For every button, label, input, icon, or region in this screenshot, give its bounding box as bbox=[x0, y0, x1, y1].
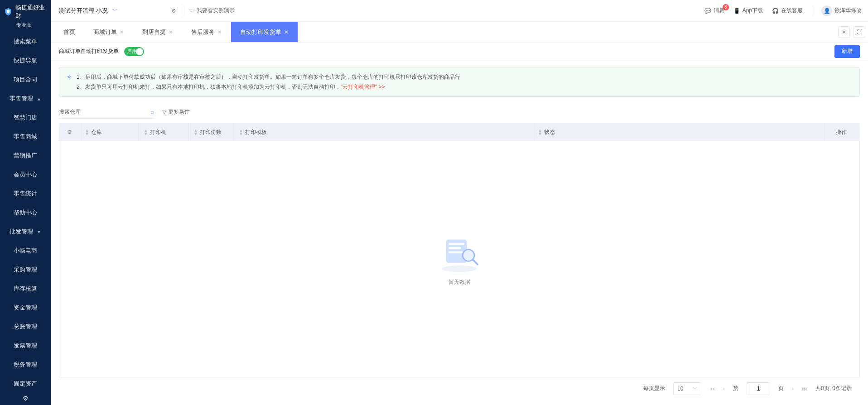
svg-rect-4 bbox=[448, 251, 463, 253]
sidebar-item-11[interactable]: 小畅电商 bbox=[0, 241, 51, 260]
sidebar-item-label: 智慧门店 bbox=[14, 114, 37, 122]
hand-icon: ☜ bbox=[189, 8, 194, 14]
close-icon[interactable]: ✕ bbox=[120, 29, 124, 35]
sidebar-item-1[interactable]: 快捷导航 bbox=[0, 51, 51, 70]
tip-line-2: 2、发货单只可用云打印机来打，如果只有本地打印机，须将本地打印机添加为云打印机，… bbox=[77, 83, 460, 91]
sidebar-item-9[interactable]: 帮助中心 bbox=[0, 203, 51, 222]
page-input[interactable] bbox=[747, 382, 770, 395]
page-next-icon[interactable]: › bbox=[792, 386, 794, 392]
sidebar-item-16[interactable]: 发票管理 bbox=[0, 336, 51, 355]
close-icon[interactable]: ✕ bbox=[217, 29, 222, 35]
header: 测试分开流程-小况 ﹀ ⚙ ☜ 我要看实例演示 💬 消息 8 📱 App下载 bbox=[51, 0, 868, 22]
sidebar-item-label: 采购管理 bbox=[14, 266, 37, 274]
sidebar-item-15[interactable]: 总账管理 bbox=[0, 317, 51, 336]
col-status[interactable]: ▲▼状态 bbox=[533, 124, 823, 141]
sidebar-item-label: 快捷导航 bbox=[14, 57, 37, 65]
sidebar-item-label: 会员中心 bbox=[14, 171, 37, 179]
more-filters[interactable]: ▽ 更多条件 bbox=[162, 108, 190, 116]
table-body: 暂无数据 bbox=[59, 141, 859, 377]
search-box: ⌕ bbox=[59, 105, 154, 119]
sidebar-item-label: 零售管理 bbox=[10, 95, 33, 103]
sidebar-item-6[interactable]: 营销推广 bbox=[0, 146, 51, 165]
page-prev-icon[interactable]: ‹ bbox=[723, 386, 725, 392]
enable-toggle[interactable]: 启用 bbox=[124, 47, 144, 56]
sidebar-item-17[interactable]: 税务管理 bbox=[0, 355, 51, 374]
demo-link[interactable]: ☜ 我要看实例演示 bbox=[189, 7, 235, 14]
sidebar-item-label: 帮助中心 bbox=[14, 209, 37, 217]
tab-2[interactable]: 到店自提✕ bbox=[133, 22, 182, 42]
table: ⚙ ▲▼仓库 ▲▼打印机 ▲▼打印份数 ▲▼打印模板 ▲▼状态 操作 暂无数据 bbox=[59, 123, 860, 378]
user-name: 徐泽华修改 bbox=[834, 7, 862, 14]
close-all-tabs-icon[interactable]: ✕ bbox=[838, 26, 850, 38]
sidebar-item-3[interactable]: 零售管理▲ bbox=[0, 89, 51, 108]
sidebar-item-5[interactable]: 零售商城 bbox=[0, 127, 51, 146]
sidebar-item-2[interactable]: 项目合同 bbox=[0, 70, 51, 89]
settings-gear-icon[interactable]: ⚙ bbox=[23, 395, 29, 402]
col-template[interactable]: ▲▼打印模板 bbox=[234, 124, 533, 141]
col-printer[interactable]: ▲▼打印机 bbox=[139, 124, 189, 141]
sidebar-menu: 搜索菜单快捷导航项目合同零售管理▲智慧门店零售商城营销推广会员中心零售统计帮助中… bbox=[0, 32, 51, 391]
sidebar-item-label: 批发管理 bbox=[10, 228, 33, 236]
sidebar-item-0[interactable]: 搜索菜单 bbox=[0, 32, 51, 51]
sidebar-item-8[interactable]: 零售统计 bbox=[0, 184, 51, 203]
main: 测试分开流程-小况 ﹀ ⚙ ☜ 我要看实例演示 💬 消息 8 📱 App下载 bbox=[51, 0, 868, 405]
sidebar-item-13[interactable]: 库存核算 bbox=[0, 279, 51, 298]
sidebar-item-10[interactable]: 批发管理▼ bbox=[0, 222, 51, 241]
svg-line-6 bbox=[473, 259, 477, 264]
more-filters-label: 更多条件 bbox=[168, 108, 190, 116]
close-icon[interactable]: ✕ bbox=[169, 29, 173, 35]
svg-rect-2 bbox=[448, 243, 464, 245]
sidebar-item-label: 总账管理 bbox=[14, 323, 37, 331]
user-menu[interactable]: 👤 徐泽华修改 bbox=[821, 5, 862, 16]
tip-line-1: 1、启用后，商城下单付款成功后（如果有审核是在审核之后），自动打印发货单。如果一… bbox=[77, 73, 460, 81]
sidebar-item-18[interactable]: 固定资产 bbox=[0, 374, 51, 391]
chevron-up-icon: ▲ bbox=[37, 96, 41, 101]
chat-icon: 💬 bbox=[704, 8, 711, 14]
tab-label: 商城订单 bbox=[93, 28, 117, 36]
chevron-down-icon: ▼ bbox=[37, 229, 41, 234]
sidebar-item-label: 零售统计 bbox=[14, 190, 37, 198]
page-prefix: 第 bbox=[733, 385, 738, 392]
tab-label: 售后服务 bbox=[191, 28, 215, 36]
close-icon[interactable]: ✕ bbox=[284, 29, 289, 35]
tab-4[interactable]: 自动打印发货单✕ bbox=[231, 22, 298, 42]
cloud-printer-link[interactable]: "云打印机管理" >> bbox=[341, 84, 385, 90]
page-last-icon[interactable]: ⏭ bbox=[802, 386, 807, 392]
search-icon[interactable]: ⌕ bbox=[150, 108, 154, 115]
tabs: 首页商城订单✕到店自提✕售后服务✕自动打印发货单✕ ✕ ⛶ bbox=[51, 22, 868, 43]
fullscreen-icon[interactable]: ⛶ bbox=[854, 26, 865, 38]
brand: 畅捷通好业财 bbox=[0, 0, 51, 22]
org-selector[interactable]: 测试分开流程-小况 ﹀ bbox=[59, 7, 163, 15]
col-warehouse[interactable]: ▲▼仓库 bbox=[80, 124, 139, 141]
brand-edition: 专业版 bbox=[0, 22, 51, 32]
sidebar-item-label: 项目合同 bbox=[14, 76, 37, 84]
tab-1[interactable]: 商城订单✕ bbox=[84, 22, 133, 42]
col-copies[interactable]: ▲▼打印份数 bbox=[189, 124, 234, 141]
tab-0[interactable]: 首页 bbox=[54, 22, 84, 42]
tab-label: 自动打印发货单 bbox=[240, 28, 281, 36]
subbar: 商城订单自动打印发货单 启用 新增 bbox=[51, 43, 868, 61]
support-button[interactable]: 🎧 在线客服 bbox=[772, 7, 803, 14]
brand-logo-icon bbox=[4, 7, 13, 17]
header-settings-icon[interactable]: ⚙ bbox=[168, 5, 179, 17]
page-first-icon[interactable]: ⏮ bbox=[709, 386, 715, 392]
tab-3[interactable]: 售后服务✕ bbox=[182, 22, 231, 42]
per-page-label: 每页显示 bbox=[643, 385, 665, 392]
subbar-title: 商城订单自动打印发货单 bbox=[59, 48, 119, 55]
sidebar-item-14[interactable]: 资金管理 bbox=[0, 298, 51, 317]
sidebar-item-label: 发票管理 bbox=[14, 342, 37, 350]
per-page-value: 10 bbox=[677, 386, 683, 392]
app-download-button[interactable]: 📱 App下载 bbox=[733, 7, 763, 14]
messages-button[interactable]: 💬 消息 8 bbox=[704, 7, 724, 14]
add-button[interactable]: 新增 bbox=[834, 45, 860, 58]
per-page-select[interactable]: 10 ﹀ bbox=[673, 382, 701, 395]
app-label: App下载 bbox=[743, 7, 763, 14]
table-header: ⚙ ▲▼仓库 ▲▼打印机 ▲▼打印份数 ▲▼打印模板 ▲▼状态 操作 bbox=[59, 124, 859, 141]
sidebar-item-12[interactable]: 采购管理 bbox=[0, 260, 51, 279]
col-ops: 操作 bbox=[823, 124, 859, 141]
col-settings[interactable]: ⚙ bbox=[59, 124, 80, 141]
sidebar-item-label: 小畅电商 bbox=[14, 247, 37, 255]
sidebar-item-4[interactable]: 智慧门店 bbox=[0, 108, 51, 127]
sidebar-item-7[interactable]: 会员中心 bbox=[0, 165, 51, 184]
warehouse-search-input[interactable] bbox=[59, 109, 148, 115]
